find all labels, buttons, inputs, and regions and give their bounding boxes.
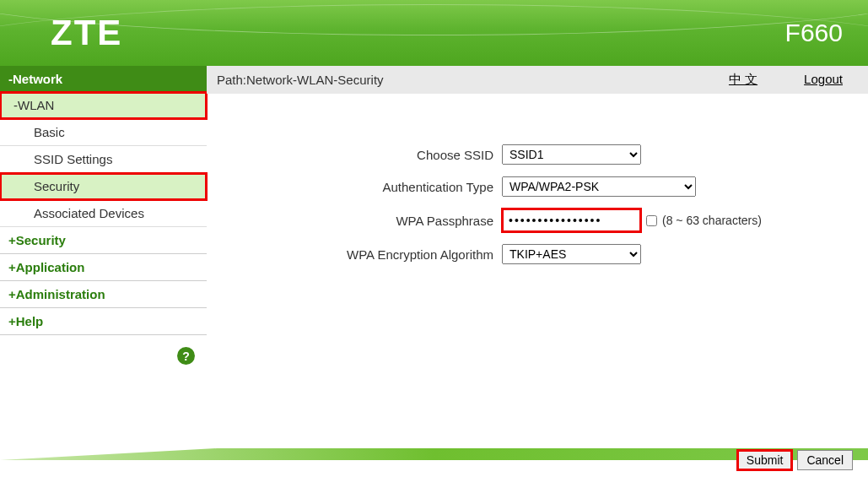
footer-bar: Submit Cancel bbox=[0, 443, 868, 477]
header: ZTE F660 bbox=[0, 0, 868, 66]
security-form: Choose SSID SSID1 Authentication Type WP… bbox=[207, 94, 868, 285]
wpa-passphrase-label: WPA Passphrase bbox=[207, 214, 502, 228]
encryption-label: WPA Encryption Algorithm bbox=[207, 247, 502, 262]
row-choose-ssid: Choose SSID SSID1 bbox=[207, 144, 843, 165]
sidebar-section-application[interactable]: +Application bbox=[0, 254, 207, 281]
auth-type-label: Authentication Type bbox=[207, 180, 502, 194]
row-wpa-passphrase: WPA Passphrase (8 ~ 63 characters) bbox=[207, 209, 843, 232]
choose-ssid-select[interactable]: SSID1 bbox=[502, 144, 641, 165]
passphrase-hint: (8 ~ 63 characters) bbox=[662, 214, 762, 227]
sidebar-section-administration[interactable]: +Administration bbox=[0, 281, 207, 308]
row-auth-type: Authentication Type WPA/WPA2-PSK bbox=[207, 176, 843, 197]
row-encryption: WPA Encryption Algorithm TKIP+AES bbox=[207, 244, 843, 264]
brand-logo: ZTE bbox=[51, 13, 122, 53]
choose-ssid-label: Choose SSID bbox=[207, 148, 502, 162]
header-links: 中 文 Logout bbox=[729, 72, 843, 88]
show-passphrase-checkbox[interactable] bbox=[646, 215, 657, 226]
sidebar-nav: -Network -WLAN Basic SSID Settings Secur… bbox=[0, 66, 207, 335]
sidebar-item-security[interactable]: Security bbox=[0, 173, 207, 200]
model-number: F660 bbox=[785, 19, 843, 47]
content: Path:Network-WLAN-Security 中 文 Logout Ch… bbox=[207, 66, 868, 443]
breadcrumb: Path:Network-WLAN-Security bbox=[217, 73, 384, 87]
cancel-button[interactable]: Cancel bbox=[797, 450, 853, 470]
sidebar-item-basic[interactable]: Basic bbox=[0, 119, 207, 146]
sidebar: -Network -WLAN Basic SSID Settings Secur… bbox=[0, 66, 207, 443]
auth-type-select[interactable]: WPA/WPA2-PSK bbox=[502, 176, 696, 197]
logout-link[interactable]: Logout bbox=[804, 72, 843, 88]
sidebar-item-associated-devices[interactable]: Associated Devices bbox=[0, 200, 207, 227]
sidebar-section-help[interactable]: +Help bbox=[0, 308, 207, 335]
encryption-select[interactable]: TKIP+AES bbox=[502, 244, 641, 264]
sidebar-section-network[interactable]: -Network bbox=[0, 66, 207, 92]
pathbar: Path:Network-WLAN-Security 中 文 Logout bbox=[207, 66, 868, 94]
sidebar-item-wlan[interactable]: -WLAN bbox=[0, 92, 207, 119]
wpa-passphrase-input[interactable] bbox=[502, 209, 641, 232]
layout: -Network -WLAN Basic SSID Settings Secur… bbox=[0, 66, 868, 443]
help-icon[interactable]: ? bbox=[177, 347, 195, 365]
sidebar-item-ssid-settings[interactable]: SSID Settings bbox=[0, 146, 207, 173]
language-link[interactable]: 中 文 bbox=[729, 72, 757, 88]
submit-button[interactable]: Submit bbox=[737, 450, 793, 470]
sidebar-section-security[interactable]: +Security bbox=[0, 227, 207, 254]
